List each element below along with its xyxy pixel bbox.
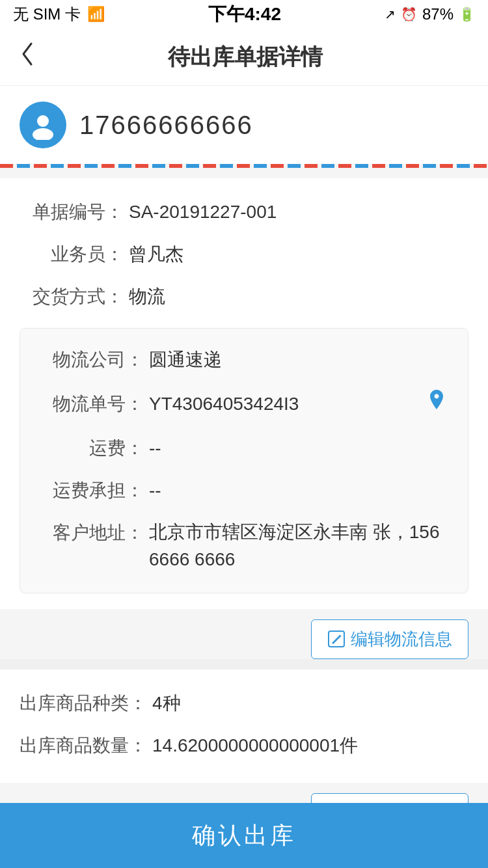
- salesman-value: 曾凡杰: [129, 240, 468, 269]
- confirm-button[interactable]: 确认出库: [0, 803, 488, 868]
- customer-header: 17666666666: [0, 86, 488, 164]
- address-value: 北京市市辖区海淀区永丰南 张，156 6666 6666: [149, 519, 448, 573]
- logistics-company-value: 圆通速递: [149, 346, 448, 375]
- carrier-text: 无 SIM 卡: [13, 4, 81, 25]
- freight-bear-row: 运费承担： --: [40, 470, 448, 512]
- order-no-label: 单据编号：: [20, 198, 124, 227]
- address-label: 客户地址：: [40, 519, 144, 548]
- delivery-value: 物流: [129, 282, 468, 312]
- svg-point-0: [37, 115, 49, 127]
- wifi-icon: 📶: [87, 6, 105, 23]
- battery-icon: 🔋: [459, 7, 475, 22]
- freight-bear-value: --: [149, 476, 448, 506]
- location-icon: ↗: [385, 7, 396, 22]
- page-title: 待出库单据详情: [48, 42, 442, 72]
- salesman-label: 业务员：: [20, 240, 124, 269]
- tracking-no-row: 物流单号： YT43064053424I3: [40, 381, 448, 427]
- order-info-section: 单据编号： SA-20191227-001 业务员： 曾凡杰 交货方式： 物流 …: [0, 178, 488, 609]
- delivery-row: 交货方式： 物流: [20, 276, 468, 318]
- bottom-area: 确认出库: [0, 803, 488, 868]
- alarm-icon: ⏰: [401, 7, 417, 22]
- tracking-no-value: YT43064053424I3: [149, 390, 417, 419]
- status-time: 下午4:42: [208, 2, 281, 27]
- goods-quantity-row: 出库商品数量： 14.6200000000000001件: [20, 725, 468, 767]
- battery-text: 87%: [422, 5, 454, 23]
- goods-section: 出库商品种类： 4种 出库商品数量： 14.6200000000000001件: [0, 670, 488, 783]
- address-row: 客户地址： 北京市市辖区海淀区永丰南 张，156 6666 6666: [40, 512, 448, 580]
- delivery-label: 交货方式：: [20, 282, 124, 312]
- edit-logistics-button[interactable]: 编辑物流信息: [311, 619, 468, 659]
- goods-category-row: 出库商品种类： 4种: [20, 683, 468, 725]
- logistics-company-row: 物流公司： 圆通速递: [40, 339, 448, 381]
- nav-bar: 待出库单据详情: [0, 29, 488, 86]
- customer-phone: 17666666666: [79, 111, 253, 140]
- goods-quantity-label: 出库商品数量：: [20, 731, 147, 761]
- salesman-row: 业务员： 曾凡杰: [20, 234, 468, 276]
- logistics-card: 物流公司： 圆通速递 物流单号： YT43064053424I3 运费： -- …: [20, 328, 468, 593]
- logistics-company-label: 物流公司：: [40, 346, 144, 375]
- back-button[interactable]: [20, 41, 35, 73]
- order-no-value: SA-20191227-001: [129, 198, 468, 227]
- dashed-divider: [0, 164, 488, 168]
- section-divider: [0, 659, 488, 670]
- svg-point-1: [33, 128, 53, 140]
- goods-category-label: 出库商品种类：: [20, 689, 147, 718]
- goods-quantity-value: 14.6200000000000001件: [152, 731, 468, 761]
- location-pin-icon[interactable]: [425, 388, 448, 421]
- main-content: 17666666666 单据编号： SA-20191227-001 业务员： 曾…: [0, 86, 488, 868]
- freight-value: --: [149, 434, 448, 463]
- edit-logistics-label: 编辑物流信息: [351, 628, 452, 651]
- order-no-row: 单据编号： SA-20191227-001: [20, 191, 468, 234]
- status-left: 无 SIM 卡 📶: [13, 4, 105, 25]
- avatar: [20, 102, 66, 148]
- freight-label: 运费：: [40, 434, 144, 463]
- freight-row: 运费： --: [40, 427, 448, 470]
- status-right: ↗ ⏰ 87% 🔋: [385, 5, 475, 23]
- status-bar: 无 SIM 卡 📶 下午4:42 ↗ ⏰ 87% 🔋: [0, 0, 488, 29]
- freight-bear-label: 运费承担：: [40, 476, 144, 506]
- goods-category-value: 4种: [152, 689, 468, 718]
- tracking-no-label: 物流单号：: [40, 390, 144, 419]
- edit-btn-row: 编辑物流信息: [0, 609, 488, 659]
